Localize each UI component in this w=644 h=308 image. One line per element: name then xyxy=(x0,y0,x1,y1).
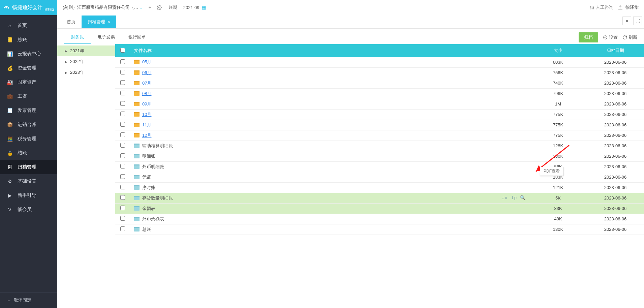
year-tree: ▶2021年▶2022年▶2023年 xyxy=(57,44,115,308)
sidebar-unpin[interactable]: ↔ 取消固定 xyxy=(0,292,57,308)
sidebar-item-6[interactable]: 🧾发票管理 xyxy=(0,103,57,118)
row-checkbox[interactable] xyxy=(120,143,125,148)
row-checkbox[interactable] xyxy=(120,70,125,74)
sidebar-item-8[interactable]: 🧮税务管理 xyxy=(0,132,57,146)
row-checkbox[interactable] xyxy=(120,216,125,221)
select-all-checkbox[interactable] xyxy=(120,48,125,53)
window-fullscreen-button[interactable]: ⛶ xyxy=(633,17,642,25)
row-checkbox[interactable] xyxy=(120,185,125,189)
nav-icon: V xyxy=(7,207,13,212)
row-checkbox[interactable] xyxy=(120,101,125,106)
svg-point-1 xyxy=(619,5,621,7)
sidebar-item-0[interactable]: ⌂首页 xyxy=(0,19,57,33)
file-name-link[interactable]: 序时账 xyxy=(142,185,155,190)
main: (勿删）江西服宝精品有限责任公司（... ⌄ ＋ 账期 2021-09 ▦ 人工… xyxy=(57,0,644,308)
row-checkbox[interactable] xyxy=(120,195,125,200)
archive-date: 2023-06-06 xyxy=(587,214,644,224)
row-checkbox[interactable] xyxy=(120,80,125,85)
file-name-link[interactable]: 06月 xyxy=(142,70,151,75)
tree-year-2021年[interactable]: ▶2021年 xyxy=(57,45,115,56)
archive-button[interactable]: 归档 xyxy=(579,32,598,42)
row-checkbox[interactable] xyxy=(120,226,125,231)
subtab-2[interactable]: 银行回单 xyxy=(122,31,153,44)
row-checkbox[interactable] xyxy=(120,132,125,137)
file-name-link[interactable]: 11月 xyxy=(142,122,151,127)
file-name-link[interactable]: 07月 xyxy=(142,81,151,86)
row-checkbox[interactable] xyxy=(120,59,125,64)
file-name-link[interactable]: 明细账 xyxy=(142,154,155,159)
file-size: 775K xyxy=(529,109,587,120)
sidebar-unpin-label: 取消固定 xyxy=(14,297,31,303)
add-company-button[interactable]: ＋ xyxy=(148,4,152,10)
pdf-view-icon[interactable]: 🔍 xyxy=(520,195,525,200)
chevron-right-icon: ▶ xyxy=(65,49,67,53)
row-checkbox[interactable] xyxy=(120,153,125,158)
sidebar-item-1[interactable]: 📒总账 xyxy=(0,33,57,47)
tab-archive-management[interactable]: 归档管理 ✕ xyxy=(82,16,116,28)
consult-button[interactable]: 人工咨询 xyxy=(589,4,613,10)
company-selector[interactable]: (勿删）江西服宝精品有限责任公司（... ⌄ xyxy=(63,4,143,10)
file-name-link[interactable]: 凭证 xyxy=(142,175,151,180)
file-name-link[interactable]: 05月 xyxy=(142,59,151,64)
sidebar-item-9[interactable]: 🔒结账 xyxy=(0,146,57,160)
download-excel-icon[interactable]: ⤓x xyxy=(501,195,507,200)
tree-year-label: 2022年 xyxy=(70,59,84,65)
file-icon xyxy=(134,217,140,221)
tree-year-2023年[interactable]: ▶2023年 xyxy=(57,67,115,78)
settings-link[interactable]: 设置 xyxy=(603,34,618,40)
download-pdf-icon[interactable]: ⤓p xyxy=(511,195,517,200)
archive-date: 2023-06-06 xyxy=(587,57,644,67)
window-close-button[interactable]: ✕ xyxy=(622,17,631,25)
file-name-link[interactable]: 10月 xyxy=(142,112,151,117)
archive-date: 2023-06-06 xyxy=(587,161,644,172)
period-picker[interactable]: 2021-09 ▦ xyxy=(183,5,206,10)
close-icon[interactable]: ✕ xyxy=(107,20,110,24)
file-name-link[interactable]: 存货数量明细账 xyxy=(142,195,173,201)
sidebar-item-11[interactable]: ⚙基础设置 xyxy=(0,174,57,188)
sidebar-item-5[interactable]: 💼工资 xyxy=(0,89,57,103)
sidebar-item-2[interactable]: 📊云报表中心 xyxy=(0,47,57,61)
file-size: 5K xyxy=(529,193,587,203)
sidebar-item-10[interactable]: 🗄归档管理 xyxy=(0,160,57,174)
file-name-link[interactable]: 外币余额表 xyxy=(142,216,164,221)
user-menu[interactable]: 徐泽华 xyxy=(617,4,639,10)
brand-name: 畅捷通好会计 xyxy=(12,4,42,11)
sidebar-item-7[interactable]: 📦进销台账 xyxy=(0,118,57,132)
file-name-link[interactable]: 余额表 xyxy=(142,206,155,211)
tab-home[interactable]: 首页 xyxy=(61,16,82,28)
row-checkbox[interactable] xyxy=(120,164,125,168)
archive-date: 2023-06-06 xyxy=(587,172,644,182)
settings-label: 设置 xyxy=(609,34,618,40)
subtab-0[interactable]: 财务账 xyxy=(64,31,91,44)
row-checkbox[interactable] xyxy=(120,174,125,179)
row-checkbox[interactable] xyxy=(120,91,125,95)
sidebar-item-12[interactable]: ▶新手引导 xyxy=(0,188,57,203)
sidebar-item-13[interactable]: V畅会员 xyxy=(0,203,57,217)
sidebar-item-label: 首页 xyxy=(18,23,27,29)
table-row: 凭证183K2023-06-06 xyxy=(115,172,644,182)
row-checkbox[interactable] xyxy=(120,206,125,210)
nav-icon: ▶ xyxy=(7,193,13,198)
sidebar-item-3[interactable]: 💰资金管理 xyxy=(0,61,57,75)
file-size: 775K xyxy=(529,120,587,130)
refresh-link[interactable]: 刷新 xyxy=(622,34,637,40)
row-checkbox[interactable] xyxy=(120,122,125,127)
subtab-1[interactable]: 电子发票 xyxy=(91,31,122,44)
sidebar-item-4[interactable]: 🏭固定资产 xyxy=(0,75,57,89)
file-name-link[interactable]: 09月 xyxy=(142,101,151,106)
file-size: 1M xyxy=(529,99,587,109)
file-name-link[interactable]: 辅助核算明细账 xyxy=(142,143,173,148)
row-checkbox[interactable] xyxy=(120,112,125,116)
tree-year-2022年[interactable]: ▶2022年 xyxy=(57,56,115,67)
nav-icon: 🔒 xyxy=(7,150,13,156)
file-name-link[interactable]: 12月 xyxy=(142,133,151,138)
file-name-link[interactable]: 外币明细账 xyxy=(142,164,164,169)
table-row: 05月603K2023-06-06 xyxy=(115,57,644,67)
file-size: 128K xyxy=(529,141,587,151)
folder-icon xyxy=(134,60,140,64)
archive-date: 2023-06-06 xyxy=(587,224,644,235)
file-name-link[interactable]: 08月 xyxy=(142,91,151,96)
file-name-link[interactable]: 总账 xyxy=(142,227,151,232)
file-size: 130K xyxy=(529,224,587,235)
company-settings-button[interactable] xyxy=(157,5,162,10)
